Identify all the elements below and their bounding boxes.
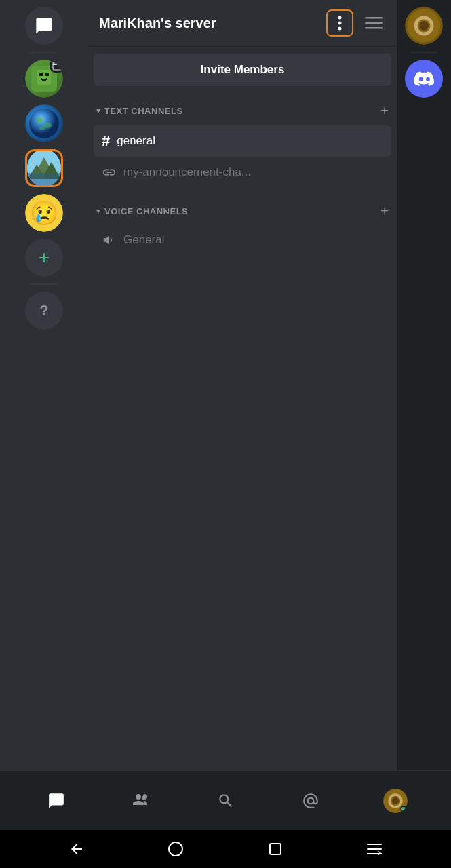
svg-rect-24 bbox=[365, 22, 383, 24]
channel-name-general: general bbox=[117, 134, 155, 148]
android-home-button[interactable] bbox=[126, 841, 225, 857]
dm-icon[interactable] bbox=[25, 7, 63, 45]
svg-point-32 bbox=[169, 842, 182, 856]
server-icon-minecraft[interactable] bbox=[25, 60, 63, 98]
help-button[interactable]: ? bbox=[25, 292, 63, 330]
svg-rect-9 bbox=[59, 62, 60, 64]
svg-point-20 bbox=[338, 16, 342, 20]
svg-point-21 bbox=[338, 22, 342, 25]
svg-rect-7 bbox=[53, 62, 61, 70]
svg-point-31 bbox=[392, 797, 399, 804]
svg-rect-19 bbox=[27, 173, 61, 185]
svg-point-11 bbox=[29, 108, 59, 138]
three-dot-menu-button[interactable] bbox=[326, 9, 353, 37]
server-icon-planet[interactable] bbox=[25, 104, 63, 142]
plus-icon: + bbox=[39, 248, 50, 267]
header-icons bbox=[326, 9, 386, 37]
android-nav-bar bbox=[0, 830, 451, 868]
android-menu-button[interactable] bbox=[325, 842, 424, 856]
svg-point-28 bbox=[419, 21, 429, 31]
svg-point-22 bbox=[338, 27, 342, 31]
svg-rect-3 bbox=[45, 73, 49, 76]
svg-rect-6 bbox=[46, 78, 47, 80]
channels-gap-1 bbox=[94, 188, 391, 199]
svg-rect-1 bbox=[37, 70, 51, 85]
android-recents-button[interactable] bbox=[226, 842, 325, 856]
voice-icon-general bbox=[102, 233, 117, 248]
svg-rect-33 bbox=[270, 844, 281, 854]
channel-item-general[interactable]: # general bbox=[94, 125, 391, 157]
profile-avatar bbox=[383, 789, 408, 813]
server-name: MariKhan's server bbox=[99, 16, 216, 31]
add-text-channel-button[interactable]: + bbox=[380, 104, 389, 117]
add-server-button[interactable]: + bbox=[25, 239, 63, 277]
server-icon-emoji[interactable]: 😢 bbox=[25, 194, 63, 232]
right-panel bbox=[397, 0, 451, 770]
svg-point-13 bbox=[43, 123, 52, 128]
voice-channels-label: VOICE CHANNELS bbox=[104, 206, 188, 216]
svg-point-14 bbox=[39, 126, 45, 130]
invite-members-button[interactable]: Invite Members bbox=[94, 54, 391, 86]
channel-content: Invite Members ▾ TEXT CHANNELS + # gener… bbox=[88, 47, 397, 770]
discord-clyde-button[interactable] bbox=[405, 60, 443, 98]
calendar-badge bbox=[50, 60, 63, 73]
right-avatar-ring[interactable] bbox=[405, 7, 443, 45]
add-voice-channel-button[interactable]: + bbox=[380, 204, 389, 218]
svg-rect-5 bbox=[42, 79, 46, 81]
svg-rect-23 bbox=[365, 17, 383, 19]
android-back-button[interactable] bbox=[27, 841, 126, 857]
bottom-nav bbox=[0, 770, 451, 830]
voice-channels-title-row[interactable]: ▾ VOICE CHANNELS bbox=[96, 206, 188, 216]
sidebar-divider-1 bbox=[31, 52, 58, 53]
text-channels-label: TEXT CHANNELS bbox=[104, 106, 183, 116]
server-header: MariKhan's server bbox=[88, 0, 397, 47]
text-channels-chevron: ▾ bbox=[96, 106, 100, 115]
svg-rect-4 bbox=[41, 78, 42, 80]
channel-item-announcement[interactable]: my-announcement-cha... bbox=[94, 158, 391, 186]
right-divider bbox=[410, 52, 437, 53]
channel-name-announcement: my-announcement-cha... bbox=[123, 165, 251, 179]
server-icon-mountain[interactable] bbox=[25, 149, 63, 187]
svg-point-12 bbox=[36, 117, 43, 123]
svg-rect-2 bbox=[39, 73, 43, 76]
nav-item-friends[interactable] bbox=[98, 792, 183, 810]
svg-rect-34 bbox=[367, 844, 382, 845]
online-status-dot bbox=[400, 806, 407, 812]
svg-rect-35 bbox=[367, 848, 382, 850]
svg-rect-10 bbox=[53, 64, 61, 65]
question-icon: ? bbox=[39, 302, 48, 319]
voice-channels-category-header: ▾ VOICE CHANNELS + bbox=[94, 199, 391, 223]
channel-panel: MariKhan's server bbox=[88, 0, 397, 770]
text-channels-category-header: ▾ TEXT CHANNELS + bbox=[94, 98, 391, 123]
text-channels-title-row[interactable]: ▾ TEXT CHANNELS bbox=[96, 106, 183, 116]
announcement-icon bbox=[102, 165, 117, 180]
hash-icon-general: # bbox=[102, 132, 110, 150]
svg-rect-8 bbox=[54, 62, 56, 64]
nav-item-discord[interactable] bbox=[14, 792, 98, 810]
channel-item-voice-general[interactable]: General bbox=[94, 226, 391, 254]
voice-channels-chevron: ▾ bbox=[96, 206, 100, 216]
server-sidebar: 😢 + ? bbox=[0, 0, 88, 770]
svg-rect-25 bbox=[365, 27, 383, 29]
hamburger-menu-button[interactable] bbox=[361, 11, 386, 35]
nav-item-mentions[interactable] bbox=[268, 792, 353, 810]
sidebar-divider-2 bbox=[31, 283, 58, 285]
nav-item-profile[interactable] bbox=[353, 789, 437, 813]
nav-item-search[interactable] bbox=[183, 792, 268, 810]
channel-name-voice-general: General bbox=[123, 233, 164, 247]
